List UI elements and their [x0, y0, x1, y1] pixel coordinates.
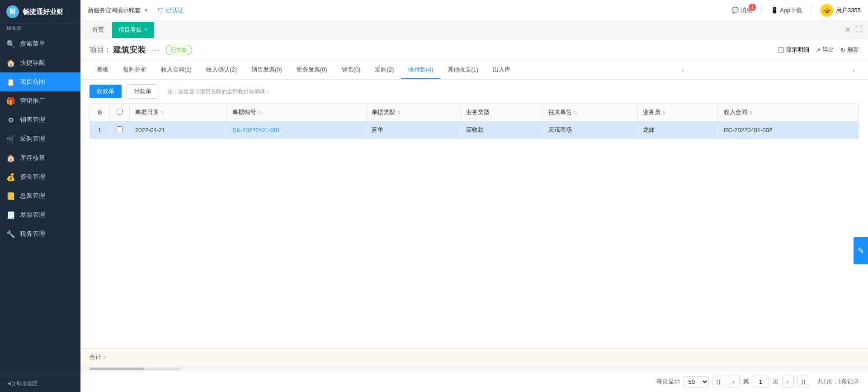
avatar: 🐱	[821, 4, 833, 17]
refresh-button[interactable]: ↻ 刷新	[840, 46, 859, 54]
sidebar-item-label: 项目合同	[20, 78, 45, 86]
money-icon: 💰	[6, 172, 15, 182]
export-label: 导出	[822, 46, 834, 54]
sidebar-item-label: 库存核算	[20, 154, 45, 162]
row-checkbox[interactable]	[117, 126, 123, 132]
toolbar-note: 注：这里是与项目关联的全部收付款单哦～	[167, 88, 270, 96]
app-logo-icon: 财	[6, 5, 19, 18]
doc-number-link[interactable]: SK-20220421-001	[232, 127, 280, 134]
prev-page-btn[interactable]: ‹	[728, 376, 740, 387]
scrollbar-thumb[interactable]	[90, 368, 144, 370]
sort-icon4[interactable]: ⇅	[574, 110, 577, 115]
collection-btn[interactable]: 收款单	[90, 85, 122, 98]
table-footer: 合计：	[80, 348, 868, 366]
per-page-select[interactable]: 50 100 200	[684, 376, 709, 387]
sidebar-item-label: 总账管理	[20, 192, 45, 200]
topbar-dropdown-icon[interactable]: ▼	[143, 7, 149, 14]
export-button[interactable]: ↗ 导出	[816, 46, 834, 54]
sidebar-item-quicknav[interactable]: 🏠 快捷导航	[0, 53, 80, 72]
sidebar: 财 畅捷通好业财 标准版 🔍 搜索菜单 🏠 快捷导航 📋 项目合同 🎁 营销推广…	[0, 0, 80, 392]
sort-icon6[interactable]: ⇅	[749, 110, 753, 115]
user-label: 用户3355	[836, 6, 861, 14]
th-biz-type: 业务类型	[461, 104, 542, 121]
show-detail-checkbox[interactable]: 显示明细	[778, 46, 809, 54]
tab-project-board-label: 项目看板	[118, 26, 142, 34]
scrollbar-track[interactable]	[90, 368, 180, 370]
sort-icon[interactable]: ⇅	[160, 110, 164, 115]
more-options-icon[interactable]: ···	[151, 45, 160, 55]
subtab-other-expense[interactable]: 其他收支(1)	[440, 61, 486, 79]
cell-number: SK-20220421-001	[227, 121, 366, 139]
sidebar-item-search[interactable]: 🔍 搜索菜单	[0, 34, 80, 53]
th-number: 单据编号 ⇅	[227, 104, 366, 121]
close-window-icon[interactable]: ✕	[845, 25, 851, 34]
tabsbar: 首页 项目看板 ✕ ✕ ⛶	[80, 21, 868, 39]
maximize-icon[interactable]: ⛶	[855, 25, 863, 34]
sidebar-item-sales[interactable]: ⚙ 销售管理	[0, 110, 80, 129]
th-date-label: 单据日期	[135, 108, 159, 116]
last-page-btn[interactable]: ⟩⟩	[797, 376, 809, 387]
payment-btn[interactable]: 付款单	[126, 84, 159, 99]
search-icon: 🔍	[6, 39, 15, 48]
first-page-btn[interactable]: ⟨⟨	[712, 376, 724, 387]
toolbar: 收款单 付款单 注：这里是与项目关联的全部收付款单哦～	[80, 80, 868, 103]
subtab-sales[interactable]: 销售(0)	[335, 61, 368, 79]
subtab-tax-invoice[interactable]: 税务发票(0)	[289, 61, 335, 79]
topbar-project-name: 新服务官网演示账套	[88, 6, 141, 14]
message-icon: 💬	[731, 7, 739, 14]
refresh-label: 刷新	[847, 46, 859, 54]
cart-icon: 🛒	[6, 134, 15, 143]
sidebar-item-ledger[interactable]: 📒 总账管理	[0, 186, 80, 206]
topbar-certified: 🛡 已认证	[158, 6, 184, 14]
topbar: 新服务官网演示账套 ▼ 🛡 已认证 💬 消息 1 📱 App下载 🐱 用户335…	[80, 0, 868, 21]
total-label: 合计：	[90, 354, 107, 360]
sidebar-item-label: 销售管理	[20, 116, 45, 124]
subtab-next-arrow[interactable]: ›	[848, 65, 859, 76]
sidebar-item-label: 营销推广	[20, 97, 45, 105]
subtab-profit[interactable]: 盈利分析	[116, 61, 154, 79]
pagination-total: 共1页，1条记录	[817, 378, 859, 386]
subtab-sales-invoice[interactable]: 销售发票(0)	[244, 61, 289, 79]
cell-biz-type: 应收款	[461, 121, 542, 139]
tab-home[interactable]: 首页	[86, 22, 110, 38]
house-icon: 🏠	[6, 153, 15, 163]
subtab-income-contract[interactable]: 收入合同(1)	[154, 61, 199, 79]
subtab-income-contract-label: 收入合同(1)	[161, 66, 192, 73]
show-detail-check[interactable]	[778, 47, 784, 53]
sidebar-item-tax[interactable]: 🔧 税务管理	[0, 225, 80, 244]
subtab-prev-arrow[interactable]: ‹	[678, 65, 689, 76]
sort-icon5[interactable]: ⇅	[662, 110, 666, 115]
sidebar-item-invoice[interactable]: 🧾 发票管理	[0, 206, 80, 225]
sort-icon3[interactable]: ⇅	[397, 110, 401, 115]
select-all-checkbox[interactable]	[117, 109, 123, 115]
sidebar-item-marketing[interactable]: 🎁 营销推广	[0, 91, 80, 110]
th-partner-label: 往来单位	[548, 108, 572, 116]
th-date: 单据日期 ⇅	[130, 104, 227, 121]
unpin-button[interactable]: ◄)) 取消固定	[0, 375, 80, 392]
cell-seq: 1	[90, 121, 110, 139]
next-page-btn[interactable]: ›	[782, 376, 794, 387]
messages-button[interactable]: 💬 消息 1	[731, 6, 752, 14]
subtab-inout[interactable]: 出入库	[486, 61, 518, 79]
subtab-income-confirm[interactable]: 收入确认(2)	[199, 61, 244, 79]
user-menu[interactable]: 🐱 用户3355	[821, 4, 861, 17]
page-number-input[interactable]	[753, 376, 769, 387]
tab-project-board[interactable]: 项目看板 ✕	[112, 22, 154, 38]
close-icon[interactable]: ✕	[144, 27, 148, 33]
sidebar-item-contract[interactable]: 📋 项目合同	[0, 72, 80, 91]
th-settings[interactable]: ⚙	[90, 104, 110, 121]
sidebar-item-inventory[interactable]: 🏠 库存核算	[0, 148, 80, 167]
subtab-collection[interactable]: 收付款(4)	[401, 61, 440, 79]
th-type: 单据类型 ⇅	[366, 104, 461, 121]
sort-icon2[interactable]: ⇅	[258, 110, 261, 115]
unpin-label: ◄)) 取消固定	[6, 380, 38, 387]
sidebar-item-purchase[interactable]: 🛒 采购管理	[0, 129, 80, 148]
subtab-purchase[interactable]: 采购(2)	[368, 61, 401, 79]
app-download-button[interactable]: 📱 App下载	[771, 6, 802, 14]
sidebar-item-finance[interactable]: 💰 资金管理	[0, 167, 80, 186]
float-action-btn[interactable]: ✎	[854, 237, 868, 264]
subtab-kanban[interactable]: 看板	[90, 61, 116, 79]
cell-date: 2022-04-21	[130, 121, 227, 139]
certified-label: 已认证	[166, 6, 184, 14]
sidebar-item-label: 快捷导航	[20, 59, 45, 67]
